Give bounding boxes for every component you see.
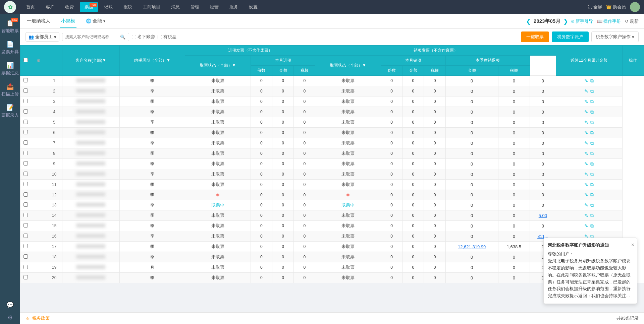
- row-checkbox[interactable]: [23, 161, 28, 166]
- date-next-btn[interactable]: ❯: [563, 18, 568, 25]
- copy-icon[interactable]: ⧉: [590, 120, 594, 125]
- row-checkbox[interactable]: [23, 140, 28, 145]
- nav-business[interactable]: 工商项目: [138, 2, 165, 12]
- edit-icon[interactable]: ✎: [584, 130, 588, 136]
- row-checkbox[interactable]: [23, 223, 28, 228]
- edit-icon[interactable]: ✎: [584, 120, 588, 125]
- employee-select[interactable]: 👥 全部员工 ▾: [25, 32, 59, 42]
- nav-operation[interactable]: 经营: [205, 2, 223, 12]
- refund-amount-link[interactable]: 12,621,319.99: [458, 244, 486, 249]
- nav-ticket[interactable]: 票据new: [80, 2, 98, 12]
- row-checkbox[interactable]: [23, 151, 28, 155]
- checkbox-name-account-input[interactable]: [132, 35, 136, 39]
- edit-icon[interactable]: ✎: [584, 161, 588, 167]
- copy-icon[interactable]: ⧉: [590, 202, 594, 208]
- select-all-checkbox[interactable]: [23, 58, 28, 62]
- edit-icon[interactable]: ✎: [584, 109, 588, 115]
- search-box[interactable]: 🔍: [62, 33, 129, 41]
- td-shares-out: 0: [381, 231, 402, 242]
- row-checkbox[interactable]: [23, 265, 28, 269]
- row-checkbox[interactable]: [23, 254, 28, 259]
- sidebar-item-scan-upload[interactable]: 📤 扫描上传: [0, 80, 20, 100]
- nav-settings[interactable]: 设置: [244, 2, 262, 12]
- copy-icon[interactable]: ⧉: [590, 213, 594, 218]
- edit-icon[interactable]: ✎: [584, 151, 588, 156]
- checkbox-tax-disk[interactable]: 有税盘: [158, 34, 176, 40]
- nav-accounting[interactable]: 记账: [99, 2, 117, 12]
- nav-message[interactable]: 消息: [166, 2, 184, 12]
- sidebar-item-smart-ticket[interactable]: new 📋 智能取票: [0, 17, 20, 37]
- tax-policy-link[interactable]: 税务政策: [32, 315, 50, 321]
- edit-icon[interactable]: ✎: [584, 140, 588, 146]
- edit-icon[interactable]: ✎: [584, 88, 588, 94]
- edit-icon[interactable]: ✎: [584, 223, 588, 229]
- tax-digital-account-btn[interactable]: 税务数字账户: [552, 31, 589, 42]
- nav-service[interactable]: 服务: [225, 2, 243, 12]
- td-refund-amount: 0: [445, 159, 498, 169]
- copy-icon[interactable]: ⧉: [590, 223, 594, 229]
- nav-fee[interactable]: 收费: [60, 2, 78, 12]
- copy-icon[interactable]: ⧉: [590, 109, 594, 115]
- tab-all[interactable]: 🌐全能 ▾: [85, 15, 107, 28]
- edit-icon[interactable]: ✎: [584, 182, 588, 188]
- row-checkbox[interactable]: [23, 234, 28, 238]
- nav-home[interactable]: 首页: [21, 2, 40, 12]
- sidebar-item-ticket-summary[interactable]: 📊 票据汇总: [0, 59, 20, 79]
- row-checkbox[interactable]: [23, 213, 28, 217]
- settings-icon[interactable]: ⚙: [37, 58, 41, 63]
- copy-icon[interactable]: ⧉: [590, 99, 594, 105]
- copy-icon[interactable]: ⧉: [590, 172, 594, 177]
- copy-icon[interactable]: ⧉: [590, 78, 594, 84]
- edit-icon[interactable]: ✎: [584, 192, 588, 198]
- copy-icon[interactable]: ⧉: [590, 161, 594, 167]
- row-checkbox[interactable]: [23, 130, 28, 134]
- sidebar-item-ticket-entry[interactable]: 📝 票据录入: [0, 101, 20, 121]
- date-prev-btn[interactable]: ❮: [526, 18, 531, 25]
- copy-icon[interactable]: ⧉: [590, 151, 594, 156]
- row-checkbox[interactable]: [23, 78, 28, 82]
- refund-amount-value: 0: [471, 265, 473, 270]
- row-checkbox[interactable]: [23, 109, 28, 114]
- copy-icon[interactable]: ⧉: [590, 182, 594, 188]
- row-checkbox[interactable]: [23, 182, 28, 186]
- row-checkbox[interactable]: [23, 88, 28, 93]
- sidebar-item-config[interactable]: ⚙: [5, 311, 15, 324]
- row-checkbox[interactable]: [23, 244, 28, 248]
- copy-icon[interactable]: ⧉: [590, 130, 594, 136]
- one-click-ticket-btn[interactable]: 一键取票: [521, 31, 549, 42]
- copy-icon[interactable]: ⧉: [590, 140, 594, 146]
- edit-icon[interactable]: ✎: [584, 213, 588, 218]
- manual-link[interactable]: 📖 操作手册: [597, 18, 621, 24]
- cumulative-link[interactable]: 5.00: [539, 213, 547, 218]
- sidebar-item-chat[interactable]: 💬: [5, 299, 15, 311]
- tab-small-scale[interactable]: 小规模: [60, 15, 76, 28]
- vip-btn[interactable]: 👑 购会员: [606, 4, 626, 10]
- nav-customer[interactable]: 客户: [41, 2, 59, 12]
- edit-icon[interactable]: ✎: [584, 78, 588, 84]
- new-guide-link[interactable]: ⊙ 新手引导: [571, 18, 593, 24]
- checkbox-name-account[interactable]: 名下账套: [132, 34, 155, 40]
- nav-manage[interactable]: 管理: [186, 2, 204, 12]
- search-input[interactable]: [65, 35, 119, 39]
- row-checkbox[interactable]: [23, 275, 28, 279]
- copy-icon[interactable]: ⧉: [590, 192, 594, 198]
- row-checkbox[interactable]: [23, 99, 28, 103]
- sidebar-item-invoice-open[interactable]: 📄 发票开具: [0, 38, 20, 58]
- refresh-link[interactable]: ↺ 刷新: [625, 18, 639, 24]
- notification-close-btn[interactable]: ×: [631, 241, 634, 249]
- row-checkbox[interactable]: [23, 192, 28, 197]
- copy-icon[interactable]: ⧉: [590, 88, 594, 94]
- nav-tax[interactable]: 报税: [119, 2, 137, 12]
- tax-digital-account-action-btn[interactable]: 税务数字账户操作 ▾: [591, 31, 639, 42]
- edit-icon[interactable]: ✎: [584, 99, 588, 105]
- td-tax-in: 0: [294, 117, 315, 128]
- row-checkbox[interactable]: [23, 172, 28, 176]
- edit-icon[interactable]: ✎: [584, 202, 588, 208]
- row-checkbox[interactable]: [23, 202, 28, 207]
- fullscreen-btn[interactable]: ⛶ 全屏: [588, 4, 602, 10]
- tab-general-taxpayer[interactable]: 一般纳税人: [25, 15, 52, 28]
- row-checkbox[interactable]: [23, 120, 28, 124]
- checkbox-tax-disk-input[interactable]: [158, 35, 162, 39]
- avatar[interactable]: [630, 2, 640, 12]
- edit-icon[interactable]: ✎: [584, 172, 588, 177]
